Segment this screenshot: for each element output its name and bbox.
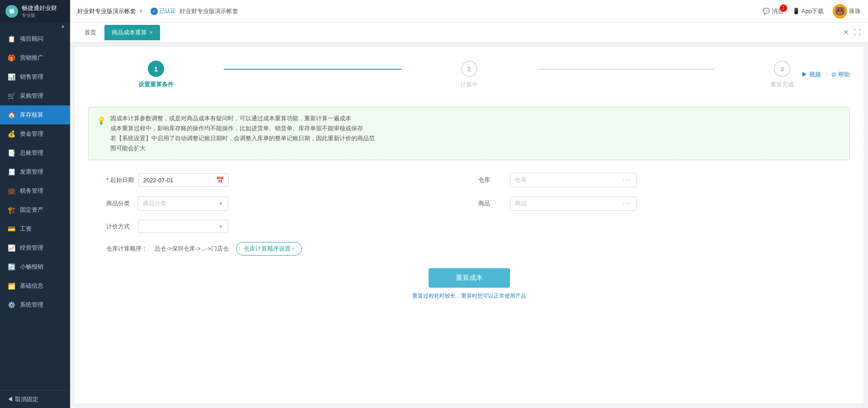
- form-row-1: * 起始日期 2022-07-01 📅 仓库 仓库 ···: [106, 173, 832, 187]
- tab-recalc-close[interactable]: ×: [150, 29, 153, 36]
- phone-icon: 📱: [793, 8, 800, 14]
- calc-order-settings-button[interactable]: 仓库计算顺序设置 ›: [236, 242, 302, 256]
- tabs-window-controls: ✕ ⛶: [843, 28, 861, 37]
- finance-icon: 💰: [7, 130, 15, 138]
- calc-order-value: 总仓->深圳仓库->...->门店仓: [155, 245, 229, 253]
- start-date-field: * 起始日期 2022-07-01 📅: [106, 173, 460, 187]
- calendar-icon: 📅: [216, 176, 224, 184]
- account-selector-chevron: ▼: [139, 9, 143, 14]
- salary-icon: 💳: [7, 225, 15, 233]
- submit-area: 重算成本 重算过程耗时较长，重算时您可以正常使用产品: [88, 268, 850, 300]
- step-3-circle: 3: [774, 61, 790, 77]
- message-button[interactable]: 💬 消息 1: [763, 7, 783, 15]
- product-input[interactable]: 商品 ···: [510, 196, 637, 211]
- message-icon: 💬: [763, 8, 770, 14]
- help-link[interactable]: ⊘ 帮助: [831, 71, 850, 79]
- start-date-input[interactable]: 2022-07-01 📅: [138, 173, 229, 187]
- app-download-button[interactable]: 📱 App下载: [793, 7, 824, 15]
- sidebar-item-expense[interactable]: 🔄 小畅报销: [0, 257, 70, 276]
- page-content: 1 设置重算条件 2 计算中 3 重算完成 ▶ 视频 | ⊘: [75, 47, 863, 403]
- sidebar-item-ledger[interactable]: 📑 总账管理: [0, 143, 70, 162]
- warehouse-dots-icon: ···: [623, 176, 631, 184]
- basicinfo-icon: 🗂️: [7, 282, 15, 290]
- category-field: 商品分类 商品分类 ▼: [106, 196, 460, 211]
- sidebar-logo: 畅 畅捷通好业财 专业版: [0, 0, 70, 23]
- account-name: 好业财专业版演示帐套: [179, 7, 238, 15]
- pricing-select[interactable]: ▼: [138, 220, 228, 233]
- category-select[interactable]: 商品分类 ▼: [138, 196, 228, 211]
- app-icon: 畅: [5, 5, 18, 18]
- required-marker: *: [106, 176, 108, 183]
- step-line-1: [224, 69, 401, 70]
- sidebar: 畅 畅捷通好业财 专业版 ▲ 📋 项目顾问 🎁 营销推广 📊 销售管理 🛒 采购…: [0, 0, 70, 408]
- verified-icon: ✓: [151, 8, 158, 15]
- sidebar-item-purchase[interactable]: 🛒 采购管理: [0, 86, 70, 105]
- sidebar-item-project[interactable]: 📋 项目顾问: [0, 29, 70, 48]
- step-line-2: [537, 69, 715, 70]
- step-1: 1 设置重算条件: [88, 61, 224, 89]
- sidebar-item-operations[interactable]: 📈 经营管理: [0, 238, 70, 257]
- sidebar-scroll-up: ▲: [0, 23, 70, 29]
- sidebar-item-basicinfo[interactable]: 🗂️ 基础信息: [0, 276, 70, 295]
- sidebar-nav: 📋 项目顾问 🎁 营销推广 📊 销售管理 🛒 采购管理 🏠 库存核算 💰 资金管…: [0, 29, 70, 390]
- sidebar-item-invoice[interactable]: 🧾 发票管理: [0, 162, 70, 181]
- start-date-label: * 起始日期: [106, 176, 134, 184]
- user-avatar-button[interactable]: 🐻 珠珠: [833, 4, 861, 19]
- sidebar-item-sales[interactable]: 📊 销售管理: [0, 67, 70, 86]
- topbar-actions: 💬 消息 1 📱 App下载 🐻 珠珠: [763, 4, 861, 19]
- operations-icon: 📈: [7, 244, 15, 252]
- inventory-icon: 🏠: [7, 111, 15, 119]
- sidebar-item-salary[interactable]: 💳 工资: [0, 219, 70, 238]
- pricing-label: 计价方式: [106, 223, 133, 231]
- info-box: 💡 因成本计算参数调整，或是对商品成本有疑问时，可以通过成本重算功能，重新计算一…: [88, 107, 850, 160]
- sidebar-item-system[interactable]: ⚙️ 系统管理: [0, 295, 70, 314]
- step-1-label: 设置重算条件: [138, 81, 174, 89]
- avatar: 🐻: [833, 4, 847, 19]
- info-content: 因成本计算参数调整，或是对商品成本有疑问时，可以通过成本重算功能，重新计算一遍成…: [110, 114, 375, 153]
- step-1-circle: 1: [148, 61, 164, 77]
- system-icon: ⚙️: [7, 301, 15, 309]
- assets-icon: 🏗️: [7, 206, 15, 214]
- category-chevron: ▼: [218, 201, 223, 206]
- product-label: 商品: [478, 199, 505, 208]
- step-2: 2 计算中: [401, 61, 537, 89]
- calc-order-label: 仓库计算顺序：: [106, 245, 147, 253]
- sidebar-item-finance[interactable]: 💰 资金管理: [0, 124, 70, 143]
- stepper: 1 设置重算条件 2 计算中 3 重算完成 ▶ 视频 | ⊘: [88, 56, 850, 93]
- pricing-field: 计价方式 ▼: [106, 220, 460, 233]
- marketing-icon: 🎁: [7, 54, 15, 62]
- video-link[interactable]: ▶ 视频: [802, 71, 821, 79]
- verified-badge: ✓ 已认证: [151, 7, 176, 15]
- info-icon: 💡: [97, 114, 106, 153]
- tax-icon: 💼: [7, 187, 15, 195]
- tab-home[interactable]: 首页: [77, 25, 104, 40]
- sidebar-item-assets[interactable]: 🏗️ 固定资产: [0, 200, 70, 219]
- warehouse-field: 仓库 仓库 ···: [478, 173, 832, 187]
- project-icon: 📋: [7, 35, 15, 43]
- sales-icon: 📊: [7, 73, 15, 81]
- sidebar-item-marketing[interactable]: 🎁 营销推广: [0, 48, 70, 67]
- window-close-button[interactable]: ✕: [843, 28, 849, 37]
- step-3-label: 重算完成: [770, 81, 794, 89]
- main-container: 好业财专业版演示帐套 ▼ ✓ 已认证 好业财专业版演示帐套 💬 消息 1 📱 A…: [70, 0, 868, 408]
- account-selector[interactable]: 好业财专业版演示帐套 ▼: [77, 7, 143, 15]
- product-dots-icon: ···: [623, 199, 631, 208]
- app-title: 畅捷通好业财 专业版: [22, 5, 57, 18]
- warehouse-label: 仓库: [478, 176, 505, 184]
- step-2-label: 计算中: [460, 81, 478, 89]
- invoice-icon: 🧾: [7, 168, 15, 176]
- calc-order-row: 仓库计算顺序： 总仓->深圳仓库->...->门店仓 仓库计算顺序设置 ›: [106, 242, 832, 256]
- category-label: 商品分类: [106, 199, 133, 208]
- sidebar-item-inventory[interactable]: 🏠 库存核算: [0, 105, 70, 124]
- window-expand-button[interactable]: ⛶: [854, 28, 861, 37]
- pricing-chevron: ▼: [218, 224, 223, 229]
- sidebar-item-tax[interactable]: 💼 税务管理: [0, 181, 70, 200]
- recalc-button[interactable]: 重算成本: [429, 268, 510, 288]
- ledger-icon: 📑: [7, 149, 15, 157]
- message-badge: 1: [780, 5, 787, 12]
- tab-recalc[interactable]: 商品成本重算 ×: [104, 25, 160, 40]
- step-2-circle: 2: [461, 61, 477, 77]
- sidebar-pin-toggle[interactable]: ◀ 取消固定: [0, 390, 70, 408]
- purchase-icon: 🛒: [7, 92, 15, 100]
- warehouse-input[interactable]: 仓库 ···: [510, 173, 637, 187]
